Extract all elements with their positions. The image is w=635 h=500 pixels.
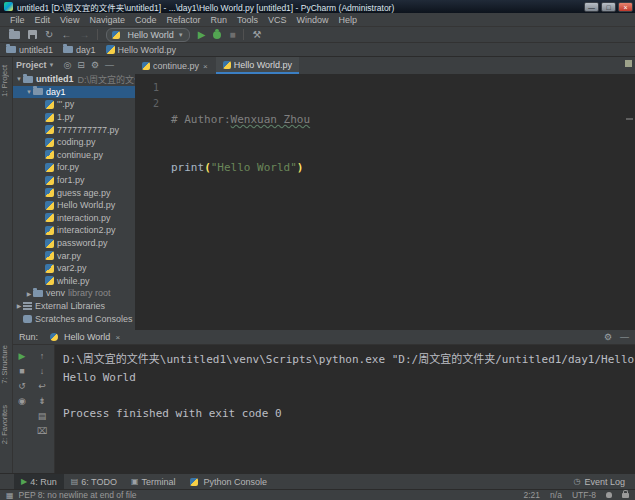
gear-icon[interactable]: ⚙ xyxy=(604,332,612,342)
open-icon[interactable] xyxy=(9,31,20,39)
code-lines[interactable]: # Author:Wenxuan Zhou print("Hello World… xyxy=(171,80,310,208)
rerun-icon[interactable]: ▶ xyxy=(15,351,29,361)
tree-file[interactable]: var.py xyxy=(13,249,135,262)
python-file-icon xyxy=(45,276,54,285)
tree-file[interactable]: continue.py xyxy=(13,149,135,162)
hector-inspector-icon[interactable] xyxy=(606,492,612,498)
tree-file[interactable]: Hello World.py xyxy=(13,199,135,212)
menu-vcs[interactable]: VCS xyxy=(263,15,292,25)
chevron-down-icon[interactable]: ▼ xyxy=(49,62,55,68)
menu-window[interactable]: Window xyxy=(292,15,334,25)
close-icon[interactable]: × xyxy=(115,333,120,342)
settings-wrench-icon[interactable]: ⚒ xyxy=(252,29,261,41)
vcs-branch[interactable]: n/a xyxy=(550,490,562,500)
tree-file[interactable]: '''.py xyxy=(13,98,135,111)
libraries-icon xyxy=(23,302,32,310)
tree-file[interactable]: while.py xyxy=(13,275,135,288)
python-file-icon xyxy=(142,62,150,70)
collapse-all-icon[interactable]: ⊟ xyxy=(77,60,85,70)
tree-file[interactable]: 1.py xyxy=(13,111,135,124)
tab-continue-py[interactable]: continue.py × xyxy=(135,58,215,74)
menu-tools[interactable]: Tools xyxy=(232,15,263,25)
tree-file[interactable]: for.py xyxy=(13,161,135,174)
tree-file[interactable]: interaction.py xyxy=(13,212,135,225)
toolwindow-run-button[interactable]: ▶ 4: Run xyxy=(14,474,64,489)
minimize-button[interactable]: — xyxy=(584,2,599,12)
tree-file[interactable]: coding.py xyxy=(13,136,135,149)
menu-edit[interactable]: Edit xyxy=(30,15,56,25)
close-icon[interactable]: × xyxy=(203,62,208,71)
tab-hello-world-py[interactable]: Hello World.py xyxy=(216,57,299,74)
toolwindow-terminal-button[interactable]: ▣ Terminal xyxy=(124,474,183,489)
chevron-right-icon[interactable]: ▶ xyxy=(15,302,23,309)
tree-file[interactable]: for1.py xyxy=(13,174,135,187)
python-file-icon xyxy=(45,138,54,147)
tree-file[interactable]: password.py xyxy=(13,237,135,250)
down-stack-trace-icon[interactable]: ↓ xyxy=(35,366,49,376)
locate-icon[interactable]: ◎ xyxy=(63,60,71,70)
menu-navigate[interactable]: Navigate xyxy=(84,15,130,25)
menu-file[interactable]: File xyxy=(5,15,30,25)
stop-icon[interactable]: ■ xyxy=(229,29,235,41)
gear-icon[interactable]: ⚙ xyxy=(91,60,99,70)
project-header-title[interactable]: Project xyxy=(16,60,47,70)
menu-code[interactable]: Code xyxy=(130,15,162,25)
tree-root-untitled1[interactable]: ▼ untitled1 D:\周文宜的文件夹\untitled1 xyxy=(13,73,135,86)
menu-run[interactable]: Run xyxy=(205,15,232,25)
tree-file[interactable]: var2.py xyxy=(13,262,135,275)
chevron-down-icon[interactable]: ▼ xyxy=(25,89,33,95)
breadcrumb-day1[interactable]: day1 xyxy=(63,45,96,55)
stop-icon[interactable]: ■ xyxy=(15,366,29,376)
tree-file[interactable]: guess age.py xyxy=(13,186,135,199)
debug-icon[interactable] xyxy=(213,31,221,39)
hide-panel-icon[interactable]: — xyxy=(620,332,629,342)
tree-external-libraries[interactable]: ▶ External Libraries xyxy=(13,300,135,313)
lock-icon[interactable] xyxy=(622,493,629,498)
stripe-structure-button[interactable]: 7: Structure xyxy=(0,345,13,384)
tree-folder-venv[interactable]: ▶ venv library root xyxy=(13,287,135,300)
clear-console-icon[interactable]: ⌧ xyxy=(35,426,49,436)
menu-help[interactable]: Help xyxy=(334,15,363,25)
maximize-button[interactable]: □ xyxy=(601,2,616,12)
hide-panel-icon[interactable]: — xyxy=(105,60,114,70)
chevron-down-icon[interactable]: ▼ xyxy=(15,76,23,82)
print-icon[interactable]: ▤ xyxy=(35,411,49,421)
restore-layout-icon[interactable]: ↺ xyxy=(15,381,29,391)
run-panel-body: ▶ ■ ↺ ◉ ↑ ↓ ↩ ⇟ ▤ ⌧ D:\周文宜的文件夹\untitled1… xyxy=(13,345,635,473)
caret-position[interactable]: 2:21 xyxy=(524,490,541,500)
run-config-icon xyxy=(50,333,58,341)
toolwindow-todo-button[interactable]: ▤ 6: TODO xyxy=(64,474,124,489)
close-button[interactable]: × xyxy=(618,2,633,12)
pycharm-window: untitled1 [D:\周文宜的文件夹\untitled1] - ...\d… xyxy=(0,0,635,500)
tree-folder-day1[interactable]: ▼ day1 xyxy=(13,86,135,99)
breadcrumb-file[interactable]: Hello World.py xyxy=(106,45,176,55)
save-icon[interactable] xyxy=(28,30,37,39)
breadcrumb-untitled1[interactable]: untitled1 xyxy=(6,45,53,55)
up-stack-trace-icon[interactable]: ↑ xyxy=(35,351,49,361)
menu-view[interactable]: View xyxy=(55,15,84,25)
tree-file[interactable]: interaction2.py xyxy=(13,224,135,237)
soft-wrap-icon[interactable]: ↩ xyxy=(35,381,49,391)
sync-icon[interactable]: ↻ xyxy=(45,29,53,41)
file-encoding[interactable]: UTF-8 xyxy=(572,490,596,500)
clock-icon: ◷ xyxy=(573,477,580,486)
forward-icon[interactable]: → xyxy=(79,29,89,41)
stripe-favorites-button[interactable]: 2: Favorites xyxy=(0,405,13,444)
back-icon[interactable]: ← xyxy=(61,29,71,41)
toolwindow-toggle-icon[interactable]: ▦ xyxy=(6,491,14,500)
event-log-button[interactable]: ◷ Event Log xyxy=(573,477,635,487)
code-editor[interactable]: 1 2 # Author:Wenxuan Zhou print("Hello W… xyxy=(135,74,635,330)
console-output[interactable]: D:\周文宜的文件夹\untitled1\venv\Scripts\python… xyxy=(63,351,635,473)
pin-icon[interactable]: ◉ xyxy=(15,396,29,406)
tree-scratches[interactable]: Scratches and Consoles xyxy=(13,312,135,325)
tree-file[interactable]: 7777777777.py xyxy=(13,123,135,136)
run-button-icon[interactable]: ▶ xyxy=(198,29,206,41)
scroll-to-end-icon[interactable]: ⇟ xyxy=(35,396,49,406)
run-tab-hello-world[interactable]: Hello World × xyxy=(50,332,120,342)
toolwindow-python-console-button[interactable]: Python Console xyxy=(183,474,275,489)
inspection-indicator-icon[interactable] xyxy=(625,60,632,67)
menu-refactor[interactable]: Refactor xyxy=(161,15,205,25)
stripe-project-button[interactable]: 1: Project xyxy=(0,65,13,97)
run-configuration-select[interactable]: Hello World ▼ xyxy=(106,28,189,42)
chevron-right-icon[interactable]: ▶ xyxy=(25,290,33,297)
